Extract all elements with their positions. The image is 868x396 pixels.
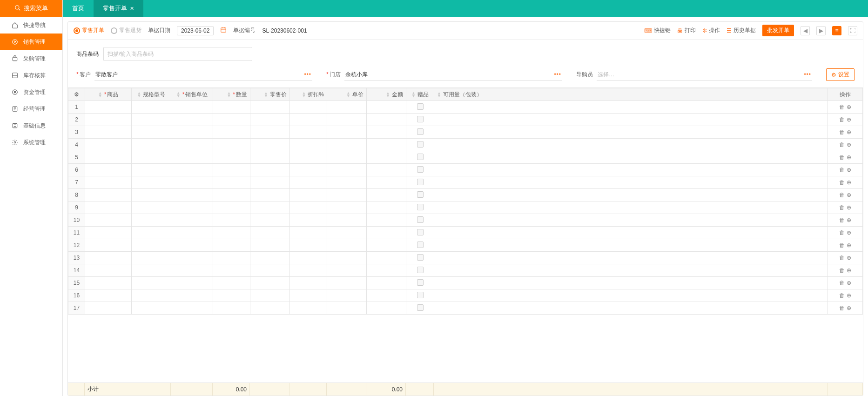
shortcut-button[interactable]: ⌨快捷键 xyxy=(644,27,671,34)
search-menu-button[interactable]: 搜索菜单 xyxy=(0,0,62,17)
cell-unit[interactable] xyxy=(171,252,213,264)
delete-icon[interactable]: 🗑 xyxy=(839,116,845,123)
cell-retail-price[interactable] xyxy=(250,277,290,289)
cell-goods[interactable] xyxy=(85,239,132,252)
cell-gift[interactable] xyxy=(406,227,434,239)
col-gift[interactable]: ▲▼赠品 xyxy=(406,88,434,101)
cell-discount[interactable] xyxy=(290,264,327,277)
table-row[interactable]: 6🗑⊕ xyxy=(68,164,863,176)
cell-spec[interactable] xyxy=(132,151,171,164)
cell-amount[interactable] xyxy=(367,239,406,252)
cell-goods[interactable] xyxy=(85,151,132,164)
cell-goods[interactable] xyxy=(85,176,132,189)
cell-unit[interactable] xyxy=(171,114,213,126)
cell-qty[interactable] xyxy=(213,302,250,315)
delete-icon[interactable]: 🗑 xyxy=(839,179,845,186)
cell-available[interactable] xyxy=(434,189,828,201)
cell-price[interactable] xyxy=(327,239,367,252)
cell-amount[interactable] xyxy=(367,201,406,214)
cell-goods[interactable] xyxy=(85,264,132,277)
cell-amount[interactable] xyxy=(367,101,406,114)
cell-price[interactable] xyxy=(327,264,367,277)
sidebar-item-4[interactable]: ¥资金管理 xyxy=(0,84,62,101)
close-icon[interactable]: ✕ xyxy=(130,6,134,12)
cell-available[interactable] xyxy=(434,151,828,164)
cell-discount[interactable] xyxy=(290,139,327,151)
cell-price[interactable] xyxy=(327,126,367,139)
cell-unit[interactable] xyxy=(171,289,213,302)
store-input[interactable]: 余杭小库 ••• xyxy=(344,69,562,81)
table-row[interactable]: 11🗑⊕ xyxy=(68,227,863,239)
cell-available[interactable] xyxy=(434,302,828,315)
list-toggle-button[interactable]: ≡ xyxy=(832,26,841,35)
cell-price[interactable] xyxy=(327,151,367,164)
cell-spec[interactable] xyxy=(132,277,171,289)
prev-button[interactable]: ◀ xyxy=(801,26,810,35)
tab-1[interactable]: 零售开单✕ xyxy=(94,0,143,17)
cell-discount[interactable] xyxy=(290,201,327,214)
cell-gift[interactable] xyxy=(406,302,434,315)
cell-discount[interactable] xyxy=(290,126,327,139)
cell-spec[interactable] xyxy=(132,176,171,189)
col-unit[interactable]: ▲▼*销售单位 xyxy=(171,88,213,101)
customer-input[interactable]: 零散客户 ••• xyxy=(94,69,312,81)
cell-goods[interactable] xyxy=(85,126,132,139)
cell-gift[interactable] xyxy=(406,139,434,151)
add-row-icon[interactable]: ⊕ xyxy=(847,305,851,311)
cell-qty[interactable] xyxy=(213,201,250,214)
col-available[interactable]: ▲▼可用量（包装） xyxy=(434,88,828,101)
cell-discount[interactable] xyxy=(290,114,327,126)
add-row-icon[interactable]: ⊕ xyxy=(847,242,851,248)
radio-retail-open[interactable]: 零售开单 xyxy=(74,27,104,34)
col-discount[interactable]: ▲▼折扣% xyxy=(290,88,327,101)
cell-discount[interactable] xyxy=(290,239,327,252)
delete-icon[interactable]: 🗑 xyxy=(839,242,845,248)
sidebar-item-2[interactable]: 采购管理 xyxy=(0,50,62,67)
cell-gift[interactable] xyxy=(406,114,434,126)
cell-spec[interactable] xyxy=(132,164,171,176)
sidebar-item-1[interactable]: 销售管理 xyxy=(0,34,62,50)
cell-spec[interactable] xyxy=(132,189,171,201)
add-row-icon[interactable]: ⊕ xyxy=(847,167,851,173)
cell-gift[interactable] xyxy=(406,252,434,264)
delete-icon[interactable]: 🗑 xyxy=(839,229,845,236)
cell-discount[interactable] xyxy=(290,189,327,201)
cell-spec[interactable] xyxy=(132,264,171,277)
checkbox-icon[interactable] xyxy=(417,254,424,261)
cell-available[interactable] xyxy=(434,164,828,176)
cell-unit[interactable] xyxy=(171,139,213,151)
cell-spec[interactable] xyxy=(132,227,171,239)
cell-amount[interactable] xyxy=(367,139,406,151)
cell-unit[interactable] xyxy=(171,101,213,114)
add-row-icon[interactable]: ⊕ xyxy=(847,129,851,135)
cell-amount[interactable] xyxy=(367,302,406,315)
add-row-icon[interactable]: ⊕ xyxy=(847,192,851,198)
cell-retail-price[interactable] xyxy=(250,302,290,315)
checkbox-icon[interactable] xyxy=(417,179,424,185)
table-row[interactable]: 5🗑⊕ xyxy=(68,151,863,164)
ellipsis-icon[interactable]: ••• xyxy=(554,71,561,78)
checkbox-icon[interactable] xyxy=(417,267,424,273)
cell-qty[interactable] xyxy=(213,239,250,252)
cell-spec[interactable] xyxy=(132,302,171,315)
add-row-icon[interactable]: ⊕ xyxy=(847,141,851,148)
cell-qty[interactable] xyxy=(213,277,250,289)
cell-unit[interactable] xyxy=(171,164,213,176)
expand-button[interactable]: ⛶ xyxy=(848,26,857,35)
cell-price[interactable] xyxy=(327,227,367,239)
cell-price[interactable] xyxy=(327,201,367,214)
cell-goods[interactable] xyxy=(85,277,132,289)
cell-amount[interactable] xyxy=(367,164,406,176)
cell-available[interactable] xyxy=(434,264,828,277)
cell-price[interactable] xyxy=(327,277,367,289)
cell-price[interactable] xyxy=(327,176,367,189)
ellipsis-icon[interactable]: ••• xyxy=(804,71,811,78)
cell-discount[interactable] xyxy=(290,277,327,289)
sidebar-item-7[interactable]: 系统管理 xyxy=(0,134,62,151)
cell-price[interactable] xyxy=(327,101,367,114)
cell-qty[interactable] xyxy=(213,176,250,189)
delete-icon[interactable]: 🗑 xyxy=(839,154,845,161)
cell-amount[interactable] xyxy=(367,289,406,302)
cell-qty[interactable] xyxy=(213,139,250,151)
cell-retail-price[interactable] xyxy=(250,101,290,114)
